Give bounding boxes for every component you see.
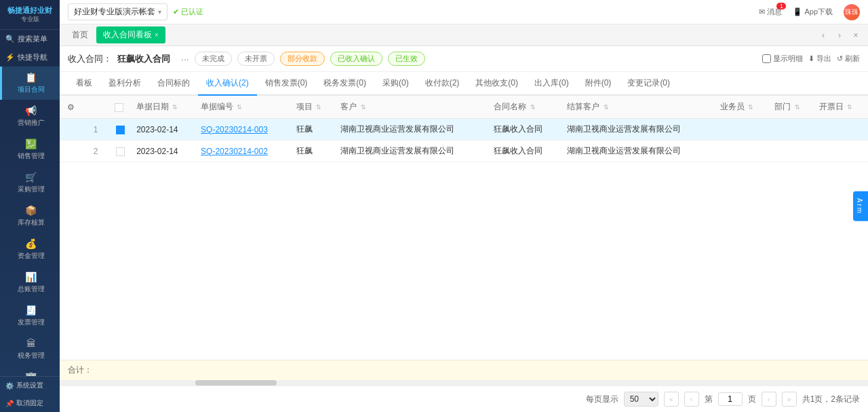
- total-label: 合计：: [68, 364, 92, 376]
- next-page-button[interactable]: ›: [762, 392, 776, 407]
- show-detail-label: 显示明细: [773, 54, 803, 64]
- tab-attachment[interactable]: 附件(0): [577, 72, 620, 96]
- tab-income-confirm[interactable]: 收入确认(2): [198, 72, 257, 96]
- status-partial-button[interactable]: 部分收款: [280, 52, 325, 66]
- tab-change-log[interactable]: 变更记录(0): [619, 72, 678, 96]
- sidebar: 畅捷通好业财 专业版 🔍 搜索菜单 ⚡ 快捷导航 📋 项目合同 📢 营销推广 💹…: [0, 0, 60, 412]
- arm-button[interactable]: Arm: [853, 191, 868, 221]
- sidebar-item-label: 项目合同: [18, 85, 45, 94]
- bill-date-label: 开票日: [819, 102, 844, 111]
- department-label: 部门: [774, 102, 791, 111]
- col-check-header[interactable]: [109, 96, 131, 119]
- first-page-button[interactable]: «: [664, 392, 679, 407]
- refresh-label: 刷新: [845, 54, 860, 64]
- tab-tax-invoice[interactable]: 税务发票(0): [315, 72, 374, 96]
- status-confirmed-button[interactable]: 已收入确认: [330, 52, 382, 66]
- col-end-customer-header[interactable]: 结算客户 ⇅: [561, 96, 715, 119]
- user-menu[interactable]: 珠珠: [844, 4, 860, 20]
- row-code-link[interactable]: SQ-20230214-003: [201, 125, 268, 134]
- status-not-invoiced-button[interactable]: 未开票: [237, 52, 275, 66]
- more-options-button[interactable]: ···: [181, 54, 189, 64]
- prev-page-button[interactable]: ‹: [684, 392, 699, 407]
- search-menu-item[interactable]: 🔍 搜索菜单: [0, 30, 60, 48]
- horizontal-scrollbar[interactable]: [60, 380, 868, 386]
- home-tab[interactable]: 首页: [65, 26, 95, 43]
- table-row[interactable]: 2 2023-02-14 SQ-20230214-002 狂飙 湖南卫视商业运营…: [60, 141, 868, 162]
- status-effective-button[interactable]: 已生效: [388, 52, 425, 66]
- row-checkbox[interactable]: [116, 147, 125, 156]
- fixed-icon: 🏢: [25, 371, 37, 376]
- row-check-cell[interactable]: [109, 119, 131, 141]
- scrollbar-thumb[interactable]: [195, 380, 277, 386]
- table-row[interactable]: 1 2023-02-14 SQ-20230214-003 狂飙 湖南卫视商业运营…: [60, 119, 868, 141]
- tab-nav: ‹ › ×: [816, 29, 863, 42]
- tab-purchase[interactable]: 采购(0): [374, 72, 417, 96]
- status-incomplete-button[interactable]: 未完成: [195, 52, 232, 66]
- tab-close-button[interactable]: ×: [849, 29, 863, 42]
- sidebar-item-purchase[interactable]: 🛒 采购管理: [0, 166, 60, 200]
- page-unit: 页: [748, 394, 756, 405]
- tab-other-income[interactable]: 其他收支(0): [467, 72, 526, 96]
- export-button[interactable]: ⬇ 导出: [808, 54, 831, 64]
- sidebar-item-funds[interactable]: 💰 资金管理: [0, 233, 60, 266]
- col-salesperson-header[interactable]: 业务员 ⇅: [715, 96, 769, 119]
- sidebar-item-invoice[interactable]: 🧾 发票管理: [0, 299, 60, 333]
- close-tab-button[interactable]: ×: [155, 31, 159, 39]
- tab-payment[interactable]: 收付款(2): [417, 72, 468, 96]
- message-icon: ✉: [759, 7, 765, 16]
- col-date-header[interactable]: 单据日期 ⇅: [131, 96, 195, 119]
- company-selector[interactable]: 好业财专业版演示帐套 ▾: [68, 3, 167, 20]
- row-checkbox[interactable]: [116, 126, 125, 134]
- sidebar-item-tax[interactable]: 🏛 税务管理: [0, 333, 60, 366]
- marketing-icon: 📢: [25, 105, 37, 116]
- tab-sales-invoice[interactable]: 销售发票(0): [257, 72, 316, 96]
- select-all-checkbox[interactable]: [115, 103, 123, 112]
- row-salesperson-cell: [715, 141, 769, 162]
- customer-label: 客户: [340, 102, 357, 111]
- tab-next-button[interactable]: ›: [833, 29, 846, 42]
- app-download-button[interactable]: 📱 App下载: [793, 7, 833, 17]
- tab-prev-button[interactable]: ‹: [816, 29, 830, 42]
- quick-nav-item[interactable]: ⚡ 快捷导航: [0, 48, 60, 67]
- col-settings-header[interactable]: ⚙: [60, 96, 82, 119]
- col-code-header[interactable]: 单据编号 ⇅: [195, 96, 291, 119]
- row-code-cell[interactable]: SQ-20230214-002: [195, 141, 291, 162]
- last-page-button[interactable]: »: [782, 392, 797, 407]
- row-settings-cell: [60, 141, 82, 162]
- end-customer-label: 结算客户: [567, 102, 599, 111]
- sidebar-item-cancel-fix[interactable]: 📌 取消固定: [0, 394, 60, 412]
- active-tab[interactable]: 收入合同看板 ×: [96, 26, 165, 43]
- settings-icon[interactable]: ⚙: [67, 102, 75, 112]
- app-name: 畅捷通好业财: [4, 5, 56, 15]
- page-number-input[interactable]: [718, 392, 743, 406]
- tab-standard[interactable]: 合同标的: [149, 72, 198, 96]
- search-icon: 🔍: [5, 35, 15, 43]
- tab-kanban[interactable]: 看板: [68, 72, 100, 96]
- row-department-cell: [769, 119, 813, 141]
- col-customer-header[interactable]: 客户 ⇅: [335, 96, 488, 119]
- table-footer: 合计：: [60, 360, 868, 380]
- col-bill-date-header[interactable]: 开票日 ⇅: [814, 96, 868, 119]
- sidebar-item-fixed[interactable]: 🏢 固定资产: [0, 366, 60, 376]
- col-contract-header[interactable]: 合同名称 ⇅: [488, 96, 561, 119]
- tab-profit[interactable]: 盈利分析: [100, 72, 149, 96]
- sidebar-item-marketing[interactable]: 📢 营销推广: [0, 100, 60, 133]
- col-department-header[interactable]: 部门 ⇅: [769, 96, 813, 119]
- sidebar-item-inventory[interactable]: 📦 库存核算: [0, 200, 60, 233]
- contract-name: 狂飙收入合同: [117, 53, 170, 65]
- chevron-down-icon: ▾: [158, 8, 161, 16]
- sidebar-item-sales[interactable]: 💹 销售管理: [0, 133, 60, 166]
- row-code-link[interactable]: SQ-20230214-002: [201, 147, 268, 156]
- message-button[interactable]: ✉ 1 消息: [759, 7, 782, 17]
- refresh-button[interactable]: ↺ 刷新: [837, 54, 860, 64]
- col-project-header[interactable]: 项目 ⇅: [291, 96, 335, 119]
- sidebar-item-general[interactable]: 📊 总账管理: [0, 266, 60, 299]
- show-detail-checkbox[interactable]: [762, 54, 771, 63]
- tab-warehouse[interactable]: 出入库(0): [526, 72, 577, 96]
- per-page-select[interactable]: 50 100 200: [624, 392, 658, 407]
- sidebar-item-settings[interactable]: ⚙️ 系统设置: [0, 377, 60, 394]
- subtabs: 看板 盈利分析 合同标的 收入确认(2) 销售发票(0) 税务发票(0) 采购(…: [60, 72, 868, 96]
- sidebar-item-project[interactable]: 📋 项目合同: [0, 67, 60, 100]
- row-check-cell[interactable]: [109, 141, 131, 162]
- row-code-cell[interactable]: SQ-20230214-003: [195, 119, 291, 141]
